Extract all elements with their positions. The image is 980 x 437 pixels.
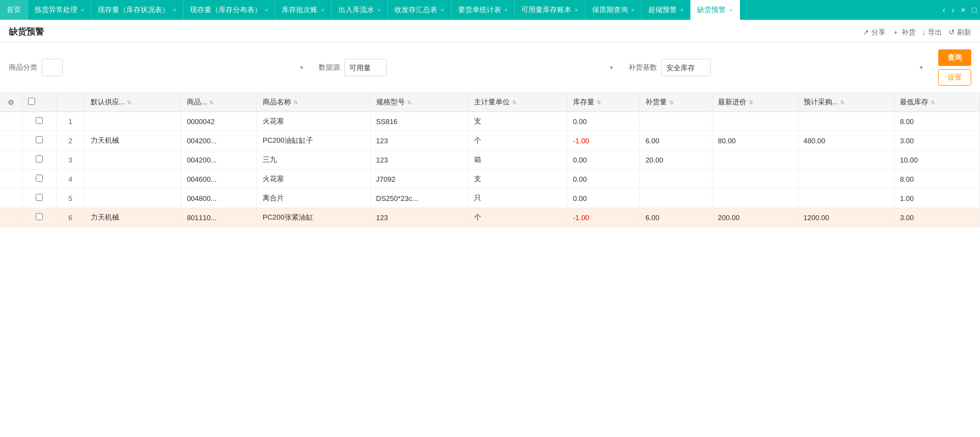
row-estimated-purchase: 480.00 xyxy=(798,131,894,150)
row-checkbox[interactable] xyxy=(36,194,43,201)
tab-label-可用量库存账本: 可用量库存账本 xyxy=(521,5,571,15)
row-spec: 123 xyxy=(370,150,469,170)
row-checkbox[interactable] xyxy=(36,213,43,220)
tab-出入库流水[interactable]: 出入库流水× xyxy=(332,0,388,20)
table-row: 3 004200... 三九 123 箱 0.00 20.00 10.00 xyxy=(0,150,980,170)
row-product-name: PC200张紧油缸 xyxy=(257,208,370,227)
tab-close-现存量状况[interactable]: × xyxy=(172,7,176,13)
th-latest-price[interactable]: 最新进价 ⇅ xyxy=(712,93,798,112)
row-min-stock: 3.00 xyxy=(894,208,980,227)
row-unit: 只 xyxy=(469,189,567,208)
share-btn[interactable]: ↗ 分享 xyxy=(863,27,886,37)
tab-home[interactable]: 首页 xyxy=(0,0,28,20)
row-settings-cell xyxy=(0,150,22,170)
tab-label-出入库流水: 出入库流水 xyxy=(338,5,374,15)
row-latest-price xyxy=(712,170,798,189)
replenish-select-wrap: 安全库存 xyxy=(661,59,927,76)
row-checkbox[interactable] xyxy=(36,136,43,143)
tab-close-可用量库存账本[interactable]: × xyxy=(575,7,578,13)
row-settings-cell xyxy=(0,131,22,150)
row-supplier xyxy=(85,112,181,131)
tab-label-现存量分布: 现存量（库存分布表） xyxy=(190,5,261,15)
column-settings-btn[interactable]: ⚙ xyxy=(5,98,16,107)
select-all-checkbox[interactable] xyxy=(28,98,35,105)
sort-icon-supplement: ⇅ xyxy=(669,99,673,105)
th-settings: ⚙ xyxy=(0,93,22,112)
replenish-select[interactable]: 安全库存 xyxy=(661,59,711,76)
tab-close-批次账[interactable]: × xyxy=(321,7,324,13)
settings-button[interactable]: 设置 xyxy=(938,69,971,86)
tab-label-home: 首页 xyxy=(7,5,21,15)
category-select[interactable] xyxy=(42,59,63,76)
row-supplement: 6.00 xyxy=(639,208,712,227)
query-button[interactable]: 查询 xyxy=(938,49,971,66)
row-unit: 支 xyxy=(469,112,567,131)
replenish-filter-group: 补货基数 安全库存 xyxy=(628,59,927,76)
row-stock: 0.00 xyxy=(567,150,639,170)
tab-可用量库存账本[interactable]: 可用量库存账本× xyxy=(515,0,585,20)
tab-close-收发存汇总[interactable]: × xyxy=(441,7,444,13)
tab-next-btn[interactable]: › xyxy=(949,0,958,20)
th-min-stock[interactable]: 最低库存 ⇅ xyxy=(894,93,980,112)
row-checkbox[interactable] xyxy=(36,117,43,124)
th-product-code[interactable]: 商品... ⇅ xyxy=(181,93,257,112)
row-stock: -1.00 xyxy=(567,208,639,227)
tab-缺货预警[interactable]: 缺货预警× xyxy=(691,0,739,20)
refresh-btn[interactable]: ↺ 刷新 xyxy=(949,27,971,37)
th-product-name[interactable]: 商品名称 ⇅ xyxy=(257,93,370,112)
tab-close-现存量分布[interactable]: × xyxy=(265,7,268,13)
row-min-stock: 3.00 xyxy=(894,131,980,150)
tab-要货单统计[interactable]: 要货单统计表× xyxy=(452,0,515,20)
tab-现存量分布[interactable]: 现存量（库存分布表）× xyxy=(183,0,275,20)
th-rownum xyxy=(56,93,85,112)
tab-close-保质期查询[interactable]: × xyxy=(631,7,634,13)
tab-close-要货单统计[interactable]: × xyxy=(504,7,508,13)
tab-bar: 首页拣货异常处理×现存量（库存状况表）×现存量（库存分布表）×库存批次账×出入库… xyxy=(0,0,980,20)
row-supplier: 力天机械 xyxy=(85,208,181,227)
tab-异常处理[interactable]: 拣货异常处理× xyxy=(28,0,91,20)
tab-close-出入库流水[interactable]: × xyxy=(377,7,381,13)
tab-收发存汇总[interactable]: 收发存汇总表× xyxy=(388,0,451,20)
th-spec[interactable]: 规格型号 ⇅ xyxy=(370,93,469,112)
row-checkbox-cell[interactable] xyxy=(22,131,56,150)
row-checkbox-cell[interactable] xyxy=(22,150,56,170)
tab-批次账[interactable]: 库存批次账× xyxy=(275,0,331,20)
tab-prev-btn[interactable]: ‹ xyxy=(939,0,949,20)
maximize-btn[interactable]: □ xyxy=(969,0,980,20)
tab-现存量状况[interactable]: 现存量（库存状况表）× xyxy=(91,0,183,20)
row-checkbox[interactable] xyxy=(36,175,43,182)
row-checkbox-cell[interactable] xyxy=(22,208,56,227)
row-checkbox-cell[interactable] xyxy=(22,189,56,208)
row-stock: 0.00 xyxy=(567,170,639,189)
row-spec: DS250*23c... xyxy=(370,189,469,208)
tab-close-异常处理[interactable]: × xyxy=(81,7,84,13)
th-supplement[interactable]: 补货量 ⇅ xyxy=(639,93,712,112)
tab-close-超储预警[interactable]: × xyxy=(680,7,683,13)
row-settings-cell xyxy=(0,112,22,131)
tab-close-缺货预警[interactable]: × xyxy=(729,7,732,13)
row-checkbox-cell[interactable] xyxy=(22,112,56,131)
datasource-label: 数据源 xyxy=(319,63,340,72)
row-estimated-purchase xyxy=(798,170,894,189)
row-supplement xyxy=(639,170,712,189)
th-unit[interactable]: 主计量单位 ⇅ xyxy=(469,93,567,112)
tab-保质期查询[interactable]: 保质期查询× xyxy=(586,0,642,20)
datasource-select[interactable]: 可用量 xyxy=(344,59,387,76)
row-checkbox[interactable] xyxy=(36,155,43,163)
close-window-btn[interactable]: × xyxy=(957,0,968,20)
th-stock[interactable]: 库存量 ⇅ xyxy=(567,93,639,112)
row-spec: 123 xyxy=(370,131,469,150)
row-stock: -1.00 xyxy=(567,131,639,150)
supplement-btn[interactable]: ＋ 补货 xyxy=(892,27,916,37)
row-supplier: 力天机械 xyxy=(85,131,181,150)
row-latest-price: 80.00 xyxy=(712,131,798,150)
th-estimated-purchase[interactable]: 预计采购... ⇅ xyxy=(798,93,894,112)
th-default-supplier[interactable]: 默认供应... ⇅ xyxy=(85,93,181,112)
table-row: 5 004800... 离合片 DS250*23c... 只 0.00 1.00 xyxy=(0,189,980,208)
export-btn[interactable]: ↓ 导出 xyxy=(922,27,943,37)
category-label: 商品分类 xyxy=(9,63,37,72)
row-checkbox-cell[interactable] xyxy=(22,170,56,189)
tab-超储预警[interactable]: 超储预警× xyxy=(642,0,691,20)
row-supplier xyxy=(85,150,181,170)
row-supplement: 6.00 xyxy=(639,131,712,150)
